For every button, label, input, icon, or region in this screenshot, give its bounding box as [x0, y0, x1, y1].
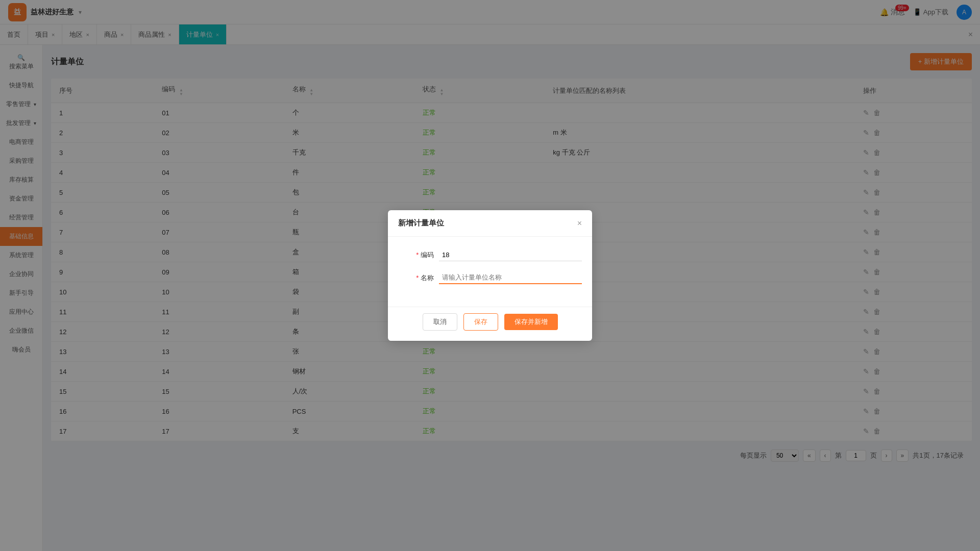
form-row-code: 编码: [398, 249, 582, 261]
code-label: 编码: [398, 251, 434, 260]
modal-close-button[interactable]: ×: [577, 219, 582, 228]
cancel-button[interactable]: 取消: [423, 313, 457, 331]
code-input[interactable]: [439, 249, 582, 261]
modal-title: 新增计量单位: [398, 218, 444, 228]
modal-body: 编码 名称: [388, 237, 592, 307]
name-input[interactable]: [439, 271, 582, 284]
name-label: 名称: [398, 273, 434, 283]
modal-footer: 取消 保存 保存并新增: [388, 307, 592, 341]
save-and-new-button[interactable]: 保存并新增: [504, 314, 558, 330]
modal-header: 新增计量单位 ×: [388, 210, 592, 237]
modal: 新增计量单位 × 编码 名称 取消 保存 保存并新增: [388, 210, 592, 341]
modal-overlay[interactable]: 新增计量单位 × 编码 名称 取消 保存 保存并新增: [0, 0, 980, 551]
save-button[interactable]: 保存: [463, 313, 498, 331]
form-row-name: 名称: [398, 271, 582, 284]
